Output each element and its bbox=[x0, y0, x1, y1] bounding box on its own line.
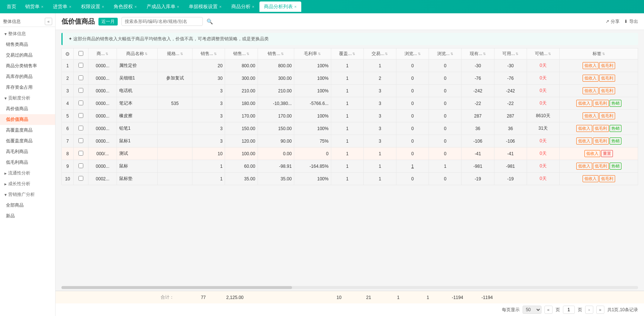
row-checkbox-input[interactable] bbox=[78, 163, 83, 168]
row-view1[interactable]: 1 bbox=[396, 160, 429, 173]
th-view2[interactable]: 浏览...⇅ bbox=[429, 48, 462, 60]
search-icon[interactable]: 🔍 bbox=[207, 18, 213, 24]
nav-home[interactable]: 首页 bbox=[3, 3, 20, 10]
th-avg[interactable]: 销售...⇅ bbox=[258, 48, 294, 60]
th-view1[interactable]: 浏览...⇅ bbox=[396, 48, 429, 60]
row-checkbox[interactable] bbox=[74, 110, 88, 122]
row-view1[interactable]: 0 bbox=[396, 72, 429, 85]
select-all-checkbox[interactable] bbox=[78, 51, 83, 56]
row-checkbox[interactable] bbox=[74, 173, 88, 185]
th-avail[interactable]: 可用...⇅ bbox=[494, 48, 527, 60]
row-checkbox[interactable] bbox=[74, 160, 88, 173]
th-tags[interactable]: 标签⇅ bbox=[560, 48, 638, 60]
row-view1[interactable]: 0 bbox=[396, 122, 429, 135]
close-icon[interactable]: × bbox=[219, 4, 221, 9]
sidebar-item-traded[interactable]: 交易过的商品 bbox=[0, 50, 55, 61]
row-checkbox-input[interactable] bbox=[78, 138, 83, 143]
row-view1[interactable]: 0 bbox=[396, 60, 429, 72]
row-checkbox-input[interactable] bbox=[78, 101, 83, 105]
sidebar-section-contribution[interactable]: ▾ 贡献度分析 bbox=[0, 93, 55, 103]
th-settings[interactable]: ⚙ bbox=[62, 48, 74, 60]
row-checkbox[interactable] bbox=[74, 135, 88, 147]
close-icon[interactable]: × bbox=[294, 4, 296, 9]
nav-tab-product[interactable]: 产成品入库单 × bbox=[142, 1, 184, 12]
view-link[interactable]: 1 bbox=[411, 164, 414, 169]
row-checkbox-input[interactable] bbox=[78, 113, 83, 118]
row-view1[interactable]: 0 bbox=[396, 97, 429, 110]
th-coverage[interactable]: 覆盖...⇅ bbox=[331, 48, 363, 60]
th-code[interactable]: 商...⇅ bbox=[88, 48, 117, 60]
close-icon[interactable]: × bbox=[252, 4, 254, 9]
sidebar-item-high-coverage[interactable]: 高覆盖度商品 bbox=[0, 125, 55, 136]
row-checkbox[interactable] bbox=[74, 72, 88, 85]
sidebar-item-high-stock[interactable]: 高库存的商品 bbox=[0, 71, 55, 82]
row-checkbox-input[interactable] bbox=[78, 88, 83, 93]
nav-tab-analysis[interactable]: 商品分析 × bbox=[227, 1, 259, 12]
close-icon[interactable]: × bbox=[177, 4, 179, 9]
row-checkbox-input[interactable] bbox=[78, 63, 83, 68]
th-amount[interactable]: 销售...⇅ bbox=[225, 48, 258, 60]
sidebar-collapse-btn[interactable]: « bbox=[45, 18, 52, 25]
sidebar-item-all-products[interactable]: 全部商品 bbox=[0, 200, 55, 211]
row-view1[interactable]: 0 bbox=[396, 110, 429, 122]
th-sale-days[interactable]: 可销...⇅ bbox=[527, 48, 559, 60]
sidebar-section-growth[interactable]: ▸ 成长性分析 bbox=[0, 179, 55, 189]
close-icon[interactable]: × bbox=[102, 4, 104, 9]
nav-tab-permission[interactable]: 权限设置 × bbox=[77, 1, 108, 12]
th-stock[interactable]: 现有...⇅ bbox=[462, 48, 494, 60]
row-checkbox[interactable] bbox=[74, 147, 88, 160]
row-checkbox-input[interactable] bbox=[78, 126, 83, 130]
scrollbar-thumb[interactable] bbox=[61, 286, 292, 289]
settings-icon[interactable]: ⚙ bbox=[65, 51, 70, 57]
th-gross[interactable]: 毛利率⇅ bbox=[294, 48, 331, 60]
row-checkbox-input[interactable] bbox=[78, 75, 83, 80]
page-input[interactable] bbox=[563, 306, 575, 314]
time-badge[interactable]: 近一月 bbox=[98, 18, 118, 26]
close-icon[interactable]: × bbox=[69, 4, 71, 9]
row-stock: -76 bbox=[462, 72, 494, 85]
last-page-btn[interactable]: » bbox=[596, 306, 604, 314]
nav-tab-sales[interactable]: 销货单 × bbox=[21, 1, 48, 12]
th-checkbox[interactable] bbox=[74, 48, 88, 60]
search-input[interactable] bbox=[121, 17, 203, 26]
sidebar-section-liquidity[interactable]: ▸ 流通性分析 bbox=[0, 168, 55, 179]
row-view1[interactable]: 0 bbox=[396, 173, 429, 185]
nav-tab-role[interactable]: 角色授权 × bbox=[109, 1, 141, 12]
per-page-select[interactable]: 50 100 200 bbox=[523, 306, 541, 314]
first-page-btn[interactable]: « bbox=[544, 306, 553, 314]
row-spec bbox=[157, 122, 192, 135]
sidebar-item-new-products[interactable]: 新品 bbox=[0, 211, 55, 221]
sidebar-section-marketing[interactable]: ▾ 营销推广分析 bbox=[0, 189, 55, 200]
sidebar-item-low-coverage[interactable]: 低覆盖度商品 bbox=[0, 136, 55, 146]
row-checkbox[interactable] bbox=[74, 85, 88, 97]
sidebar-item-stock-capital[interactable]: 库存资金占用 bbox=[0, 82, 55, 93]
nav-tab-analysis-list[interactable]: 商品分析列表 × bbox=[259, 1, 301, 12]
row-checkbox[interactable] bbox=[74, 97, 88, 110]
th-spec[interactable]: 规格...⇅ bbox=[157, 48, 192, 60]
close-icon[interactable]: × bbox=[134, 4, 137, 9]
row-view1[interactable]: 0 bbox=[396, 135, 429, 147]
sidebar-item-category-rate[interactable]: 商品分类销售率 bbox=[0, 61, 55, 71]
horizontal-scrollbar[interactable] bbox=[61, 286, 638, 289]
nav-tab-template[interactable]: 单据模板设置 × bbox=[184, 1, 226, 12]
share-button[interactable]: ↗ 分享 bbox=[606, 18, 620, 25]
th-trade[interactable]: 交易...⇅ bbox=[363, 48, 396, 60]
row-checkbox[interactable] bbox=[74, 122, 88, 135]
sidebar-item-high-value[interactable]: 高价值商品 bbox=[0, 103, 55, 114]
sidebar-item-low-margin[interactable]: 低毛利商品 bbox=[0, 157, 55, 168]
sidebar-section-overall[interactable]: ▾ 整体信息 bbox=[0, 28, 55, 39]
row-checkbox-input[interactable] bbox=[78, 176, 83, 181]
row-checkbox-input[interactable] bbox=[78, 151, 83, 156]
row-checkbox[interactable] bbox=[74, 60, 88, 72]
row-view1[interactable]: 0 bbox=[396, 85, 429, 97]
sidebar-item-sales-products[interactable]: 销售类商品 bbox=[0, 39, 55, 50]
next-page-btn[interactable]: › bbox=[585, 306, 593, 314]
nav-tab-purchase[interactable]: 进货单 × bbox=[48, 1, 76, 12]
th-name[interactable]: 商品名称⇅ bbox=[117, 48, 158, 60]
sidebar-item-high-margin[interactable]: 高毛利商品 bbox=[0, 146, 55, 157]
export-button[interactable]: ⬇ 导出 bbox=[624, 18, 638, 25]
sidebar-item-low-value[interactable]: 低价值商品 bbox=[0, 114, 55, 125]
close-icon[interactable]: × bbox=[41, 4, 43, 9]
th-qty[interactable]: 销售...⇅ bbox=[192, 48, 225, 60]
row-view1[interactable]: 0 bbox=[396, 147, 429, 160]
